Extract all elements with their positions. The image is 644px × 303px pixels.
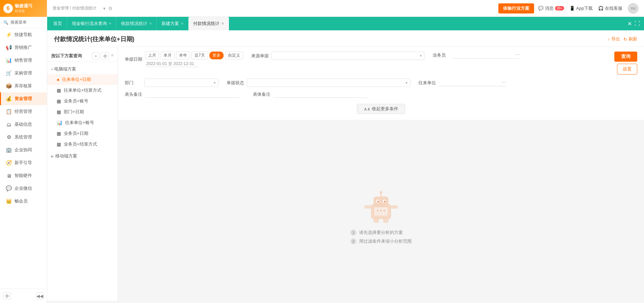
header-note-input[interactable] — [145, 91, 239, 98]
empty-step-1: 1 请先选择要分析的方案 — [350, 230, 412, 236]
sidebar-item-marketing[interactable]: 📢 营销推广 — [0, 41, 47, 54]
tab-expand-btn[interactable]: ⛶ — [635, 21, 640, 27]
date-btn-7days[interactable]: 近7天 — [192, 52, 208, 59]
scheme-item-partner-account[interactable]: 📊 往来单位+账号 — [47, 117, 118, 128]
sidebar-item-member[interactable]: 👑 畅会员 — [0, 195, 47, 208]
page-header: 付款情况统计(往来单位+日期) ↑ 导出 ↻ 刷新 — [47, 30, 644, 47]
app-download-icon: 📱 — [569, 6, 575, 11]
collapse-more-btn[interactable]: ∧∧ 收起更多条件 — [357, 104, 405, 114]
sidebar-item-inventory[interactable]: 📦 库存核算 — [0, 80, 47, 92]
page-title: 付款情况统计(往来单位+日期) — [54, 35, 135, 43]
tab-receivable-close[interactable]: × — [149, 21, 152, 26]
source-doc-select[interactable] — [271, 52, 425, 60]
svg-rect-12 — [374, 207, 388, 216]
staff-label: 业务员 — [433, 52, 449, 58]
scheme-item-staff-date[interactable]: ▦ 业务员+日期 — [47, 128, 118, 139]
sidebar-item-quick-nav[interactable]: ⚡ 快捷导航 — [0, 28, 47, 41]
tab-new-scheme-close[interactable]: × — [181, 21, 183, 26]
trial-btn[interactable]: 体验行业方案 — [498, 3, 534, 13]
user-avatar[interactable]: Rit — [628, 3, 639, 14]
message-action[interactable]: 💬 消息 99+ — [538, 5, 564, 11]
sidebar-item-label: 畅会员 — [14, 198, 28, 204]
svg-point-4 — [377, 201, 379, 202]
sidebar-item-label: 企业微信 — [14, 185, 32, 191]
sidebar-item-guide[interactable]: 🧭 新手引导 — [0, 156, 47, 169]
scheme-settings-btn[interactable]: ⚙ — [101, 52, 109, 60]
scheme-group-mobile: ▶ 移动端方案 — [47, 151, 118, 161]
sidebar-item-enterprise[interactable]: 🏢 企业协同 — [0, 144, 47, 156]
app-logo-text-group: 畅捷通巧 标准版 — [15, 3, 32, 13]
scheme-item-staff-settle[interactable]: ▦ 业务员+结算方式 — [47, 139, 118, 150]
system-icon: ⚙ — [6, 134, 12, 140]
sidebar-header: 6 畅捷通巧 标准版 — [0, 0, 47, 17]
sidebar-search[interactable]: 🔍 搜索菜单 — [0, 17, 47, 28]
empty-state: 1 请先选择要分析的方案 2 用过滤条件来缩小分析范围 — [350, 190, 412, 244]
scheme-group-header-desktop[interactable]: ▾ 电脑端方案 — [47, 64, 118, 74]
sidebar-item-system[interactable]: ⚙ 系统管理 — [0, 131, 47, 144]
tab-receivable[interactable]: 收款情况统计 × — [116, 17, 157, 30]
tab-close-all-btn[interactable]: ✕ — [627, 21, 632, 27]
date-range-input[interactable] — [145, 61, 199, 67]
sidebar-item-basic-info[interactable]: 🗂 基础信息 — [0, 118, 47, 131]
query-btn[interactable]: 查询 — [614, 52, 637, 62]
sidebar-item-hardware[interactable]: 🖥 智能硬件 — [0, 169, 47, 182]
date-btn-this-month[interactable]: 本月 — [160, 52, 175, 59]
sidebar-item-wechat[interactable]: 💬 企业微信 — [0, 182, 47, 195]
scheme-group-header-mobile[interactable]: ▶ 移动端方案 — [47, 151, 118, 161]
avatar-text: Rit — [631, 6, 635, 10]
sidebar-item-label: 采购管理 — [14, 70, 32, 76]
body-note-input[interactable] — [273, 91, 368, 98]
wechat-icon: 💬 — [6, 185, 12, 191]
export-btn[interactable]: ↑ 导出 — [608, 36, 620, 42]
tab-cashflow-close[interactable]: × — [109, 21, 111, 26]
online-service-action[interactable]: 🎧 在线客服 — [598, 5, 622, 11]
sidebar-item-purchase[interactable]: 🛒 采购管理 — [0, 67, 47, 80]
online-service-label: 在线客服 — [605, 5, 622, 11]
filter-settings-btn[interactable]: 设置 — [617, 64, 637, 74]
content-area: 1 请先选择要分析的方案 2 用过滤条件来缩小分析范围 — [118, 120, 644, 301]
export-label: 导出 — [611, 36, 620, 42]
scheme-item-partner-date[interactable]: ● 往来单位+日期 — [47, 74, 118, 85]
footer-settings-btn[interactable]: ⚙ — [3, 292, 11, 300]
dept-label: 部门 — [125, 80, 142, 86]
date-btn-custom[interactable]: 自定义 — [225, 52, 243, 59]
dept-select[interactable] — [144, 79, 218, 87]
sidebar-item-finance[interactable]: 💰 资金管理 — [0, 92, 47, 105]
guide-icon: 🧭 — [6, 160, 12, 166]
partner-dots-input[interactable]: ··· — [439, 79, 506, 86]
date-btn-more[interactable]: 更多 — [209, 52, 224, 59]
panel-collapse-btn[interactable]: « — [111, 52, 114, 60]
sidebar-item-sales[interactable]: 📊 销售管理 — [0, 54, 47, 67]
tab-payable-label: 付款情况统计 — [193, 21, 219, 27]
topbar: 资金管理 / 付款情况统计 ▾ ⚙ 体验行业方案 💬 消息 99+ 📱 App下… — [47, 0, 644, 17]
app-download-action[interactable]: 📱 App下载 — [569, 5, 593, 11]
tab-home[interactable]: 首页 — [49, 17, 67, 30]
tab-cashflow[interactable]: 现金银行流水查询 × — [67, 17, 116, 30]
tab-payable[interactable]: 付款情况统计 × — [188, 17, 229, 30]
sidebar-item-operation[interactable]: 📋 经营管理 — [0, 105, 47, 118]
filter-notes-row: 表头备注 表体备注 — [125, 91, 637, 98]
scheme-item-dept-date[interactable]: ▦ 部门+日期 — [47, 107, 118, 117]
scheme-group-label: 移动端方案 — [55, 153, 77, 159]
tab-payable-close[interactable]: × — [222, 21, 224, 26]
footer-collapse-btn[interactable]: ◀◀ — [36, 292, 43, 300]
finance-icon: 💰 — [6, 96, 12, 102]
date-btn-last-month[interactable]: 上月 — [145, 52, 159, 59]
svg-rect-11 — [383, 218, 388, 223]
staff-dots-input[interactable]: ··· — [452, 52, 520, 59]
refresh-btn[interactable]: ↻ 刷新 — [623, 36, 637, 42]
dropdown-arrow-icon[interactable]: ▾ — [103, 6, 106, 11]
svg-point-5 — [384, 201, 386, 202]
tab-new-scheme[interactable]: 新建方案 × — [157, 17, 188, 30]
message-icon: 💬 — [538, 6, 544, 11]
voucher-status-select[interactable] — [247, 79, 410, 87]
date-btn-this-year[interactable]: 本年 — [176, 52, 190, 59]
topbar-breadcrumb: 资金管理 / 付款情况统计 — [53, 5, 96, 11]
settings-gear-icon[interactable]: ⚙ — [108, 6, 113, 11]
scheme-item-staff-account[interactable]: ▦ 业务员+账号 — [47, 96, 118, 107]
empty-step-2: 2 用过滤条件来缩小分析范围 — [350, 238, 412, 244]
message-label: 消息 — [545, 5, 554, 11]
scheme-item-partner-settle[interactable]: ▦ 往来单位+结算方式 — [47, 85, 118, 96]
scheme-icon: ▦ — [57, 131, 61, 136]
add-scheme-btn[interactable]: + — [92, 52, 99, 60]
